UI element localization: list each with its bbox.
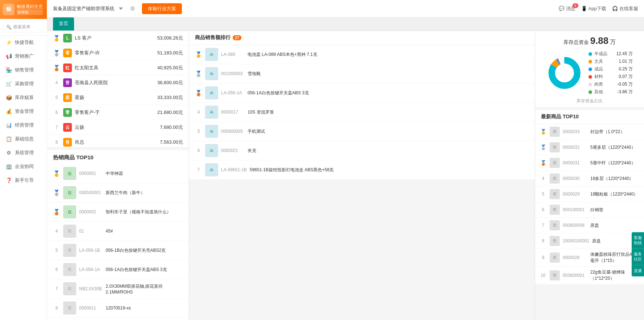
message-button[interactable]: 💬 消息 6: [559, 5, 575, 12]
product-rank-row: 🥇 Ai LA-089 电池盖 LA-089 ABS本色+黑种 7.1克: [189, 45, 535, 64]
sidebar-item-stock[interactable]: 📦 库存核算: [0, 91, 47, 104]
stock-legend: 半成品 12.45 万 文具 1.01 万 成品 0.25 万 材料 0.07 …: [588, 51, 633, 95]
sidebar-item-guide[interactable]: ❓ 新手引导: [0, 173, 47, 187]
legend-item: 材料 0.07 万: [588, 74, 633, 80]
sidebar-item-sales[interactable]: 🏪 销售管理: [0, 63, 47, 77]
hot-product-row: 5 图 LA-056-1B 056-1B白色按键开关壳ABS2克: [47, 241, 189, 260]
search-menu-button[interactable]: 🔍 搜索菜单: [3, 22, 44, 32]
hot-product-name: 056-1B白色按键开关壳ABS2克: [106, 247, 183, 254]
donut-chart-container: 半成品 12.45 万 文具 1.01 万 成品 0.25 万 材料 0.07 …: [535, 48, 644, 98]
support-hotline-btn[interactable]: 客服热线: [632, 232, 644, 249]
headset-icon: 🎧: [612, 6, 618, 11]
tab-home[interactable]: 首页: [53, 17, 74, 30]
legend-value: -0.05 万: [611, 81, 633, 87]
sidebar-item-purchase[interactable]: 🛒 采购管理: [0, 77, 47, 91]
corp-icon: 🏢: [5, 163, 12, 170]
message-icon: 💬: [559, 6, 564, 11]
new-product-image: 图: [550, 205, 560, 215]
customer-rank-row: 5 星 星扬 33,333.00元: [47, 90, 189, 105]
product-name: 手机测试: [248, 128, 529, 135]
hot-product-image: 图: [63, 244, 76, 257]
customer-rank-row: 🥉 红 红太阳文具 40,925.00元: [47, 61, 189, 75]
sidebar-item-ops[interactable]: 📊 经营管理: [0, 118, 47, 132]
sidebar-logo: 畅 畅捷通好生意 标准版: [0, 0, 47, 19]
system-icon: ⚙: [5, 149, 12, 156]
sidebar-search-area: 🔍 搜索菜单: [0, 19, 47, 36]
customer-amount: 21,680.00元: [157, 109, 183, 116]
customer-avatar: 苔: [63, 78, 72, 87]
sidebar-item-quick[interactable]: ⚡ 快捷导航: [0, 36, 47, 49]
sidebar-item-marketing[interactable]: 📢 营销推广: [0, 49, 47, 63]
product-code: LA-056-1A: [221, 90, 245, 95]
live-btn[interactable]: 直播: [632, 265, 644, 276]
product-code: LA-59651-1B: [221, 167, 247, 172]
product-image: Ai: [205, 106, 218, 119]
new-product-image: 图: [550, 253, 560, 263]
product-name: 电池盖 LA-089 ABS本色+黑种 7.1克: [248, 52, 529, 58]
legend-value: 0.25 万: [611, 66, 633, 72]
sidebar-item-corp[interactable]: 🏢 企业协同: [0, 160, 47, 173]
new-product-image: 图: [550, 173, 560, 184]
customer-avatar: 云: [63, 123, 72, 132]
svg-point-4: [557, 66, 572, 80]
sidebar-item-base[interactable]: 📋 基础信息: [0, 132, 47, 146]
new-product-code: 0000033: [563, 129, 587, 134]
customer-ranking-section: 🥇 L LS 客户 53,006.26元 🥈 零 零售客户-许 51,183.0…: [47, 31, 189, 147]
product-rank-row: 4 Ai 0000017 10S 变扭罗浆: [189, 103, 535, 122]
page-tabs: 首页: [47, 17, 644, 31]
legend-value: 0.07 万: [611, 74, 633, 80]
message-badge: 6: [572, 3, 578, 8]
left-panel: 🥇 L LS 客户 53,006.26元 🥈 零 零售客户-许 51,183.0…: [47, 31, 189, 320]
new-product-rank: 4: [539, 176, 547, 181]
legend-dot: [588, 83, 592, 86]
new-product-row: 🥇 图 0000033 封边带（1.0*22）: [535, 124, 644, 140]
product-rank-icon: 4: [195, 110, 202, 115]
legend-name: 文具: [594, 58, 609, 65]
stock-icon: 📦: [5, 94, 12, 101]
hot-product-name: 45#: [106, 229, 183, 234]
float-support: 客服热线 服务社区 直播: [632, 232, 644, 276]
ops-icon: 📊: [5, 122, 12, 128]
product-name: 夹克: [248, 148, 529, 154]
new-product-rank: 🥉: [539, 160, 547, 166]
app-download-button[interactable]: 📱 App下载: [581, 5, 606, 12]
online-service-button[interactable]: 🎧 在线客服: [612, 5, 638, 12]
product-rank-row: 6 Ai 0000021 夹克: [189, 141, 535, 160]
system-dropdown[interactable]: [119, 7, 123, 11]
legend-dot: [588, 52, 592, 56]
new-product-image: 图: [550, 270, 560, 280]
new-product-name: 5厘多层（1220*2440）: [590, 144, 640, 151]
new-product-code: 003800001: [563, 273, 587, 278]
service-community-btn[interactable]: 服务社区: [632, 249, 644, 265]
new-product-code: 0000028: [563, 255, 587, 260]
product-rank-icon: 6: [195, 148, 202, 153]
sidebar-item-system[interactable]: ⚙ 系统管理: [0, 146, 47, 160]
trial-button[interactable]: 体验行业方案: [142, 3, 182, 14]
hot-product-rank-icon: 🥈: [53, 189, 60, 196]
product-name: 056-1A白色按键开关盖ABS 3克: [248, 90, 529, 96]
customer-rank-row: 🥇 L LS 客户 53,006.26元: [47, 31, 189, 46]
settings-gear-icon[interactable]: ⚙: [127, 4, 138, 14]
new-product-rank: 8: [539, 238, 547, 243]
customer-avatar: 零: [63, 108, 72, 117]
new-product-image: 图: [550, 220, 560, 230]
new-product-row: 6 图 004100001 白钢垫: [535, 202, 644, 218]
hot-products-section: 热销商品 TOP10 🥇 🖼 0000001 中华神器 🥈 🖼 00050000…: [47, 150, 189, 320]
quick-icon: ⚡: [5, 39, 12, 46]
legend-dot: [588, 75, 592, 79]
new-product-rank: 5: [539, 192, 547, 197]
product-rank-icon: 🥈: [195, 70, 202, 77]
middle-panel: 商品销售额排行 27 🥇 Ai LA-089 电池盖 LA-089 ABS本色+…: [189, 31, 535, 320]
new-product-rank: 10: [539, 273, 547, 278]
customer-name: 红太阳文具: [75, 65, 154, 71]
hot-product-rank-icon: 5: [53, 248, 60, 253]
sidebar-item-finance[interactable]: 💰 资金管理: [0, 104, 47, 118]
product-rank-row: 🥈 Ai 001000002 雪地靴: [189, 64, 535, 83]
topbar: 装备及固定资产辅助管理系统 ⚙ 体验行业方案 💬 消息 6 📱 App下载 🎧 …: [47, 0, 644, 17]
logo-text: 畅捷通好生意 标准版: [17, 4, 43, 15]
customer-amount: 7,680.00元: [160, 124, 183, 131]
right-panel: 库存总资金 9.88 万 半成品 12.45 万 文: [535, 31, 644, 320]
hot-product-row: 🥈 🖼 000500001 新西兰牛肉（新牛）: [47, 183, 189, 202]
product-code: 0000017: [221, 110, 245, 115]
product-rank-icon: 🥇: [195, 51, 202, 58]
